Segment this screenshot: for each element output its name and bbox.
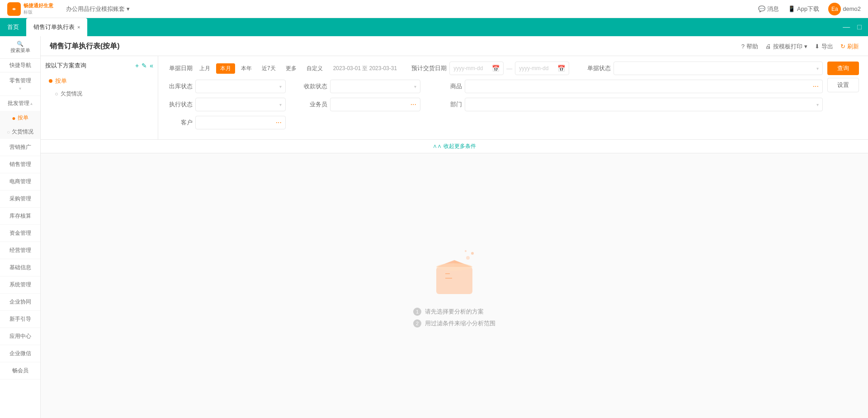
filter-row-1: 单据日期 上月 本月 本年 近7天 更多 自定义 2023-03-01 至 20…: [165, 62, 823, 75]
page-title-row: 销售订单执行表(按单) ? 帮助 🖨 按模板打印 ▾ ⬇ 导出: [50, 42, 859, 56]
refresh-icon: ↻: [840, 43, 845, 50]
sidebar-item-operation[interactable]: 经营管理: [0, 242, 40, 259]
svg-rect-1: [436, 267, 472, 294]
logo-area: 畅捷通好生意 标版: [7, 2, 53, 16]
chevron-down-icon: ▾: [816, 102, 819, 107]
execution-select[interactable]: ▾: [195, 98, 286, 111]
customer-group: 客户 ···: [165, 116, 286, 129]
top-header: 畅捷通好生意 标版 办公用品行业模拟账套 ▾ 💬 消息 📱 App下载 Ea d…: [0, 0, 868, 18]
empty-illustration: [427, 244, 481, 299]
svg-point-5: [465, 250, 467, 252]
export-icon: ⬇: [815, 43, 820, 50]
department-select[interactable]: ▾: [465, 98, 823, 111]
help-button[interactable]: ? 帮助: [741, 43, 758, 51]
sidebar-nav-shortcuts[interactable]: 快捷导航: [0, 59, 40, 72]
date-tab-last-month[interactable]: 上月: [195, 63, 214, 74]
refresh-button[interactable]: ↻ 刷新: [840, 43, 859, 51]
sidebar-item-wechat[interactable]: 企业微信: [0, 345, 40, 362]
sidebar-item-guide[interactable]: 新手引导: [0, 311, 40, 328]
industry-selector[interactable]: 办公用品行业模拟账套 ▾: [66, 5, 130, 13]
sidebar-search[interactable]: 🔍 搜索菜单: [0, 36, 40, 59]
collapse-bar[interactable]: ∧∧ 收起更多条件: [41, 140, 868, 153]
sidebar: 🔍 搜索菜单 快捷导航 零售管理 ▾ 批发管理 ▴ ● 按单 ○ 欠: [0, 36, 41, 418]
sidebar-item-member[interactable]: 畅会员: [0, 362, 40, 380]
expected-date-from[interactable]: yyyy-mm-dd 📅: [449, 62, 504, 75]
print-button[interactable]: 🖨 按模板打印 ▾: [765, 43, 807, 51]
expected-date-to[interactable]: yyyy-mm-dd 📅: [515, 62, 569, 75]
print-icon: 🖨: [765, 43, 771, 50]
sidebar-sub-item-credit[interactable]: ○ 欠货情况: [0, 125, 40, 139]
chevron-down-icon: ▾: [279, 84, 282, 89]
main-area: 🔍 搜索菜单 快捷导航 零售管理 ▾ 批发管理 ▴ ● 按单 ○ 欠: [0, 36, 868, 418]
sidebar-item-sales[interactable]: 销售管理: [0, 156, 40, 173]
sidebar-item-marketing[interactable]: 营销推广: [0, 139, 40, 156]
filter-row-4: 客户 ···: [165, 116, 823, 129]
delivery-select[interactable]: ▾: [195, 80, 286, 93]
svg-point-2: [436, 263, 472, 271]
app-download-button[interactable]: 📱 App下载: [788, 5, 819, 13]
date-tab-7days[interactable]: 近7天: [258, 63, 280, 74]
header-left: 畅捷通好生意 标版 办公用品行业模拟账套 ▾: [7, 2, 130, 16]
goods-group: 商品 ···: [435, 80, 823, 93]
tab-bar-actions: — □: [841, 21, 868, 33]
sidebar-item-retail[interactable]: 零售管理 ▾: [0, 72, 40, 96]
page-header: 销售订单执行表(按单) ? 帮助 🖨 按模板打印 ▾ ⬇ 导出: [41, 36, 868, 56]
setting-button[interactable]: 设置: [827, 78, 859, 92]
export-button[interactable]: ⬇ 导出: [815, 43, 833, 51]
plan-sub-item-credit[interactable]: 欠货情况: [45, 88, 153, 100]
dots-icon-2: ···: [410, 100, 416, 109]
date-tab-this-year[interactable]: 本年: [237, 63, 256, 74]
execution-group: 执行状态 ▾: [165, 98, 286, 111]
tab-bar: 首页 销售订单执行表 × — □: [0, 18, 868, 36]
sidebar-item-enterprise[interactable]: 企业协同: [0, 294, 40, 311]
sidebar-item-ecommerce[interactable]: 电商管理: [0, 173, 40, 190]
sidebar-item-purchase[interactable]: 采购管理: [0, 190, 40, 208]
status-group: 单据状态 ▾: [584, 62, 823, 75]
calendar-icon: 📅: [492, 65, 500, 72]
customer-input[interactable]: ···: [195, 116, 286, 129]
circle-dot-icon: ●: [12, 114, 15, 122]
sidebar-item-system[interactable]: 系统管理: [0, 276, 40, 294]
date-tab-more[interactable]: 更多: [282, 63, 301, 74]
query-button[interactable]: 查询: [827, 62, 859, 75]
payment-select[interactable]: ▾: [330, 80, 420, 93]
chevron-up-icon: ▴: [30, 101, 33, 106]
message-button[interactable]: 💬 消息: [758, 5, 779, 13]
svg-point-3: [466, 256, 470, 260]
maximize-button[interactable]: □: [855, 21, 863, 33]
date-tab-this-month[interactable]: 本月: [216, 63, 235, 74]
filter-right-wrap: 单据日期 上月 本月 本年 近7天 更多 自定义 2023-03-01 至 20…: [158, 56, 868, 139]
tab-sales-execution[interactable]: 销售订单执行表 ×: [26, 18, 87, 36]
tab-close-icon[interactable]: ×: [77, 24, 80, 30]
filter-area: 按以下方案查询 + ✎ « 按单 欠货情况: [41, 56, 868, 140]
sidebar-item-wholesale[interactable]: 批发管理 ▴: [0, 96, 40, 111]
tab-home[interactable]: 首页: [0, 18, 26, 36]
empty-image: [427, 244, 481, 299]
sidebar-sub-item-order[interactable]: ● 按单: [0, 111, 40, 125]
date-tab-custom[interactable]: 自定义: [302, 63, 327, 74]
sidebar-item-basic[interactable]: 基础信息: [0, 259, 40, 276]
plan-item-order[interactable]: 按单: [45, 74, 153, 88]
chevron-down-icon: ▾: [19, 86, 21, 91]
dots-icon: ···: [813, 82, 819, 90]
user-profile[interactable]: Ea demo2: [828, 3, 861, 15]
dots-icon-3: ···: [276, 119, 282, 127]
page-actions: ? 帮助 🖨 按模板打印 ▾ ⬇ 导出 ↻ 刷新: [741, 43, 859, 51]
salesperson-input[interactable]: ···: [330, 98, 420, 111]
query-buttons: 查询 设置: [827, 62, 859, 92]
collapse-up-icon: ∧∧: [433, 143, 443, 149]
sidebar-item-finance[interactable]: 资金管理: [0, 225, 40, 242]
goods-input[interactable]: ···: [465, 80, 823, 93]
circle-icon: ○: [7, 129, 10, 135]
empty-step-2: 2 用过滤条件来缩小分析范围: [413, 319, 495, 328]
status-select[interactable]: ▾: [613, 62, 823, 75]
svg-point-4: [471, 252, 474, 255]
edit-plan-button[interactable]: ✎: [142, 62, 147, 69]
message-icon: 💬: [758, 5, 765, 12]
sidebar-item-apps[interactable]: 应用中心: [0, 328, 40, 345]
date-filter-group: 单据日期 上月 本月 本年 近7天 更多 自定义 2023-03-01 至 20…: [165, 63, 397, 74]
minimize-button[interactable]: —: [841, 21, 852, 33]
add-plan-button[interactable]: +: [135, 62, 139, 69]
collapse-plan-button[interactable]: «: [150, 62, 153, 69]
sidebar-item-inventory[interactable]: 库存核算: [0, 208, 40, 225]
